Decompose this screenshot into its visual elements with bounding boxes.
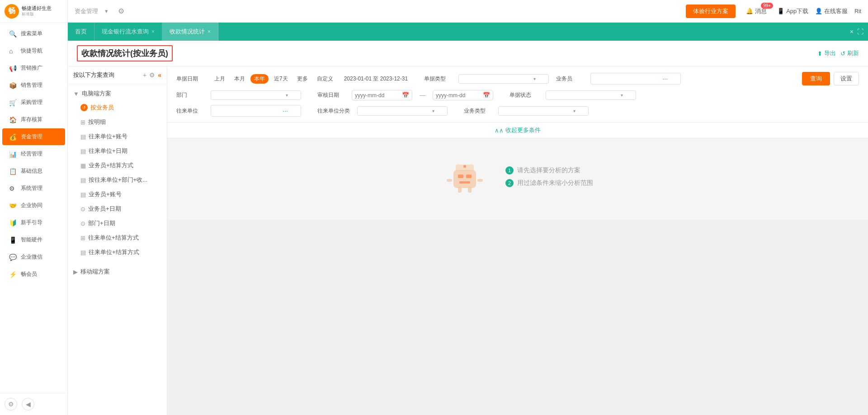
partner-category-select[interactable]: ▾ — [357, 106, 448, 116]
refresh-btn[interactable]: ↺ 刷新 — [840, 49, 859, 57]
step2-text: 用过滤条件来缩小分析范围 — [517, 179, 593, 187]
query-btn[interactable]: 查询 — [802, 72, 830, 85]
sidebar-item-guide[interactable]: 🔰 新手引导 — [2, 214, 65, 231]
date-tab-last7[interactable]: 近7天 — [270, 74, 292, 84]
sidebar-item-system[interactable]: ⚙ 系统管理 — [2, 180, 65, 197]
sidebar-item-sales-label: 销售管理 — [21, 81, 42, 89]
online-service-btn[interactable]: 👤 在线客服 — [815, 7, 848, 15]
app-download-btn[interactable]: 📱 App下载 — [777, 7, 808, 15]
sidebar-item-guide-label: 新手引导 — [21, 219, 42, 226]
sidebar-item-warehouse-label: 库存核算 — [21, 116, 42, 123]
plan-item-salesperson-method-label: 业务员+结算方式 — [89, 161, 133, 170]
plan-item-by-detail[interactable]: ⊞ 按明细 — [68, 115, 167, 129]
partner-select[interactable]: ··· — [211, 105, 301, 117]
sidebar-item-wechat-label: 企业微信 — [21, 253, 42, 261]
svg-rect-4 — [447, 179, 452, 182]
sidebar-item-operation[interactable]: 📊 经营管理 — [2, 146, 65, 162]
svg-rect-3 — [459, 181, 470, 184]
plan-item-partner-method1[interactable]: ⊞ 往来单位+结算方式 — [68, 231, 167, 245]
partner-dots[interactable]: ··· — [283, 107, 288, 114]
refresh-icon: ↺ — [840, 50, 845, 57]
empty-illustration — [442, 156, 487, 202]
doc-type-select[interactable]: ▾ — [458, 74, 549, 84]
doc-status-select[interactable]: ▾ — [546, 90, 636, 100]
collapse-btn[interactable]: ◀ — [22, 398, 34, 410]
vip-icon: ⚡ — [9, 271, 17, 278]
plan-item-partner-method2[interactable]: ▤ 往来单位+结算方式 — [68, 245, 167, 259]
tab-home[interactable]: 首页 — [68, 23, 94, 41]
sidebar-item-vip[interactable]: ⚡ 畅会员 — [2, 266, 65, 283]
step1-num: 1 — [505, 166, 514, 174]
plan-item-partner-account[interactable]: ▤ 往来单位+账号 — [68, 129, 167, 144]
close-window-btn[interactable]: × — [850, 28, 854, 35]
partner-account-icon: ▤ — [80, 133, 86, 140]
audit-date-start-input[interactable] — [355, 92, 400, 99]
page-title: 收款情况统计(按业务员) — [77, 45, 173, 61]
collapse-bar[interactable]: ∧∧ 收起更多条件 — [167, 123, 868, 138]
plan-item-dept-date[interactable]: ⊙ 部门+日期 — [68, 216, 167, 231]
sidebar-item-hardware[interactable]: 📱 智能硬件 — [2, 231, 65, 248]
settings-bottom-btn[interactable]: ⚙ — [5, 398, 17, 410]
desktop-group-header[interactable]: ▼ 电脑端方案 — [68, 87, 167, 100]
sidebar-item-sales[interactable]: 📦 销售管理 — [2, 77, 65, 94]
sidebar-item-warehouse[interactable]: 🏠 库存核算 — [2, 111, 65, 128]
sidebar-item-enterprise[interactable]: 🤝 企业协同 — [2, 197, 65, 214]
filter-btn-area: 查询 设置 — [802, 72, 859, 85]
business-type-select[interactable]: ▾ — [498, 106, 589, 116]
salesperson-dots[interactable]: ··· — [662, 75, 668, 82]
filter-area: 单据日期 上月 本月 本年 近7天 更多 自定义 2023-01-01 至 20… — [167, 66, 868, 123]
salesperson-select[interactable]: ··· — [590, 73, 681, 85]
sidebar-item-basic[interactable]: 📋 基础信息 — [2, 163, 65, 179]
setting-btn[interactable]: 设置 — [834, 72, 859, 85]
date-tab-more[interactable]: 更多 — [293, 74, 311, 84]
export-btn[interactable]: ⬆ 导出 — [817, 49, 836, 57]
sidebar-item-finance[interactable]: 💰 资金管理 — [2, 128, 65, 145]
topbar-gear[interactable]: ⚙ — [115, 5, 127, 18]
breadcrumb-chevron[interactable]: ▾ — [105, 8, 108, 14]
industry-btn[interactable]: 体验行业方案 — [686, 5, 736, 18]
dept-select[interactable]: ▾ — [211, 90, 301, 100]
audit-date-end-input[interactable] — [436, 92, 481, 99]
plan-item-salesperson-account-label: 业务员+账号 — [89, 190, 122, 198]
partner-dept-icon: ▤ — [80, 177, 86, 184]
main-area: 资金管理 ▾ ⚙ 体验行业方案 🔔 消息 99+ 📱 App下载 👤 在线客服 … — [68, 0, 868, 415]
plan-item-salesperson-date-label: 业务员+日期 — [88, 205, 121, 213]
date-tab-curr-year[interactable]: 本年 — [250, 74, 269, 84]
step2-num: 2 — [505, 179, 514, 187]
audit-date-end[interactable]: 📅 — [433, 90, 493, 100]
audit-date-start[interactable]: 📅 — [352, 90, 412, 100]
plan-item-partner-date[interactable]: ▤ 往来单位+日期 — [68, 144, 167, 158]
sidebar-item-enterprise-label: 企业协同 — [21, 202, 42, 209]
svg-point-9 — [463, 165, 466, 168]
plan-item-by-salesperson[interactable]: ↺ 按业务员 — [68, 100, 167, 115]
sidebar-item-marketing[interactable]: 📢 营销推广 — [2, 60, 65, 76]
tab-receipt-close[interactable]: × — [208, 28, 211, 35]
logo-badge: 标准版 — [22, 11, 52, 17]
sidebar-item-quicknav[interactable]: ⌂ 快捷导航 — [2, 42, 65, 59]
svg-rect-0 — [453, 170, 476, 188]
maximize-window-btn[interactable]: ⛶ — [857, 28, 863, 35]
tab-bank-label: 现金银行流水查询 — [102, 28, 149, 36]
filter-row-3: 往来单位 ··· 往来单位分类 ▾ 业务类型 — [176, 105, 859, 117]
date-tab-curr-month[interactable]: 本月 — [231, 74, 249, 84]
tab-bank-close[interactable]: × — [151, 28, 155, 35]
collapse-panel-btn[interactable]: « — [158, 71, 161, 79]
plan-item-salesperson-account[interactable]: ▤ 业务员+账号 — [68, 187, 167, 202]
mobile-group-header[interactable]: ▶ 移动端方案 — [68, 265, 167, 278]
tab-receipt[interactable]: 收款情况统计 × — [162, 23, 218, 41]
plan-item-partner-dept-label: 按往来单位+部门+收... — [89, 176, 147, 184]
sidebar-item-purchase[interactable]: 🛒 采购管理 — [2, 94, 65, 111]
date-tab-custom[interactable]: 自定义 — [313, 74, 337, 84]
plan-item-partner-dept[interactable]: ▤ 按往来单位+部门+收... — [68, 173, 167, 187]
plan-settings-btn[interactable]: ⚙ — [149, 71, 155, 79]
add-plan-btn[interactable]: + — [143, 71, 146, 79]
sidebar-item-search[interactable]: 🔍 搜索菜单 — [2, 25, 65, 42]
sidebar-item-marketing-label: 营销推广 — [21, 64, 42, 72]
svg-rect-5 — [477, 179, 483, 182]
plan-item-salesperson-date[interactable]: ⊙ 业务员+日期 — [68, 202, 167, 216]
date-tab-prev-month[interactable]: 上月 — [211, 74, 229, 84]
sidebar-item-wechat[interactable]: 💬 企业微信 — [2, 249, 65, 265]
notification-btn[interactable]: 🔔 消息 99+ — [742, 5, 770, 17]
plan-item-salesperson-method[interactable]: ▦ 业务员+结算方式 — [68, 158, 167, 173]
tab-bank[interactable]: 现金银行流水查询 × — [94, 23, 162, 41]
